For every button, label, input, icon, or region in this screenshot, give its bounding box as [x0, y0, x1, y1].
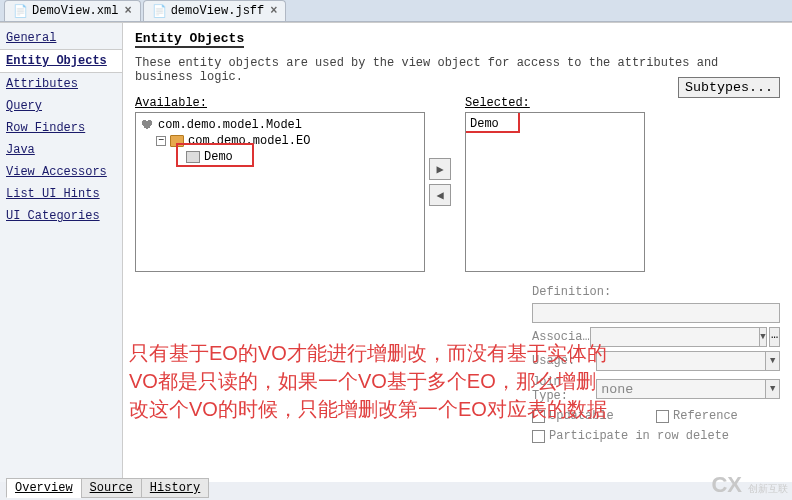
tab-demoview-xml[interactable]: 📄 DemoView.xml × [4, 0, 141, 21]
definition-label: Definition: [532, 285, 608, 299]
selected-column: Selected: Demo [465, 96, 645, 272]
package-icon [170, 135, 184, 147]
sidebar-item-list-ui-hints[interactable]: List UI Hints [0, 183, 122, 205]
close-icon[interactable]: × [270, 4, 277, 18]
main-area: General Entity Objects Attributes Query … [0, 22, 792, 482]
definition-input[interactable] [532, 303, 780, 323]
tree-leaf-label: Demo [204, 150, 233, 164]
usage-input[interactable] [596, 351, 766, 371]
jsff-file-icon: 📄 [152, 4, 167, 19]
tree-root[interactable]: com.demo.model.Model [140, 117, 420, 133]
usage-dropdown-icon[interactable]: ▼ [766, 351, 780, 371]
sidebar-item-ui-categories[interactable]: UI Categories [0, 205, 122, 227]
sidebar-item-entity-objects[interactable]: Entity Objects [0, 49, 122, 73]
xml-file-icon: 📄 [13, 4, 28, 19]
sidebar: General Entity Objects Attributes Query … [0, 23, 122, 482]
available-label: Available: [135, 96, 425, 110]
jointype-dropdown-icon[interactable]: ▼ [766, 379, 780, 399]
selected-item-demo[interactable]: Demo [470, 117, 640, 131]
editor-tabs: 📄 DemoView.xml × 📄 demoView.jsff × [0, 0, 792, 22]
entity-icon [186, 151, 200, 163]
tab-source[interactable]: Source [81, 478, 142, 498]
available-tree[interactable]: com.demo.model.Model − com.demo.model.EO… [135, 112, 425, 272]
reference-checkbox[interactable] [656, 410, 669, 423]
shuttle-buttons: ▶ ◀ [429, 156, 451, 208]
reference-label: Reference [673, 409, 738, 423]
tab-label: demoView.jsff [171, 4, 265, 18]
selected-list[interactable]: Demo [465, 112, 645, 272]
selected-label: Selected: [465, 96, 645, 110]
watermark-text: 创新互联 [748, 484, 788, 495]
sidebar-item-java[interactable]: Java [0, 139, 122, 161]
collapse-icon[interactable]: − [156, 136, 166, 146]
association-browse-button[interactable]: … [769, 327, 780, 347]
available-column: Available: com.demo.model.Model − com.de… [135, 96, 425, 272]
move-left-button[interactable]: ◀ [429, 184, 451, 206]
jointype-input[interactable] [596, 379, 766, 399]
sidebar-item-general[interactable]: General [0, 27, 122, 49]
shuttle-lists: Available: com.demo.model.Model − com.de… [135, 96, 780, 272]
move-right-button[interactable]: ▶ [429, 158, 451, 180]
watermark: CX 创新互联 [711, 474, 788, 496]
sidebar-item-query[interactable]: Query [0, 95, 122, 117]
tree-root-label: com.demo.model.Model [158, 118, 302, 132]
tree-leaf-demo[interactable]: Demo [140, 149, 420, 165]
tab-history[interactable]: History [141, 478, 209, 498]
watermark-logo: CX [711, 472, 742, 497]
sidebar-item-view-accessors[interactable]: View Accessors [0, 161, 122, 183]
annotation-text: 只有基于EO的VO才能进行增删改，而没有基于实体的VO都是只读的，如果一个VO基… [129, 339, 609, 423]
subtypes-button[interactable]: Subtypes... [678, 77, 780, 98]
association-input[interactable] [590, 327, 760, 347]
content-panel: Entity Objects These entity objects are … [122, 23, 792, 482]
sidebar-item-row-finders[interactable]: Row Finders [0, 117, 122, 139]
sidebar-item-attributes[interactable]: Attributes [0, 73, 122, 95]
model-icon [140, 119, 154, 131]
close-icon[interactable]: × [124, 4, 131, 18]
section-title: Entity Objects [135, 31, 244, 48]
tree-pkg-label: com.demo.model.EO [188, 134, 310, 148]
tree-package[interactable]: − com.demo.model.EO [140, 133, 420, 149]
tab-demoview-jsff[interactable]: 📄 demoView.jsff × [143, 0, 287, 21]
tab-overview[interactable]: Overview [6, 478, 82, 498]
bottom-tabs: Overview Source History [6, 478, 208, 498]
participate-checkbox[interactable] [532, 430, 545, 443]
association-dropdown-icon[interactable]: ▼ [760, 327, 768, 347]
tab-label: DemoView.xml [32, 4, 118, 18]
participate-label: Participate in row delete [549, 429, 729, 443]
